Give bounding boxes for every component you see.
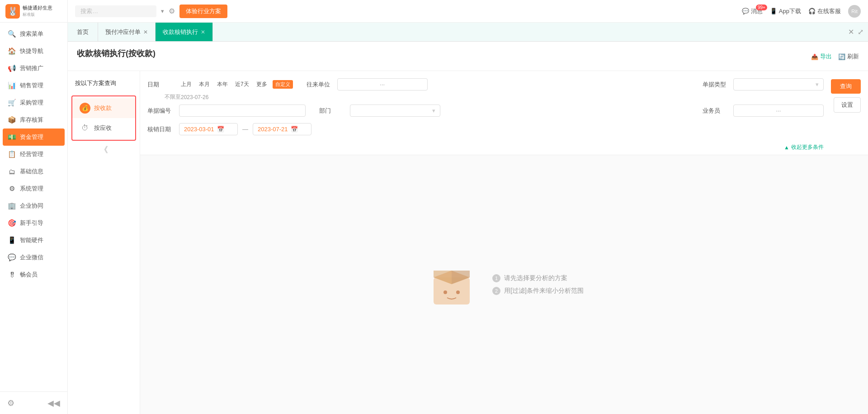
dept-field: 部门 ▾ [319, 105, 698, 117]
operations-icon: 📋 [7, 150, 16, 158]
page-title-bar: 收款核销执行(按收款) 📤 导出 🔄 刷新 [68, 42, 868, 71]
user-name: Rit [851, 9, 857, 14]
smart-hw-icon: 📱 [7, 236, 16, 244]
collapse-filter-sidebar-button[interactable]: 《 [68, 144, 140, 155]
close-tab-prepay-icon[interactable]: ✕ [143, 29, 148, 35]
sidebar-item-search-menu[interactable]: 🔍 搜索菜单 [0, 25, 67, 43]
messages-button[interactable]: 💬 消息 99+ [742, 7, 763, 15]
dropdown-icon[interactable]: ▾ [161, 8, 164, 14]
collapse-more-label: 收起更多条件 [791, 143, 824, 151]
verify-start-input[interactable]: 2023-03-01 📅 [179, 123, 238, 135]
sidebar-item-purchase[interactable]: 🛒 采购管理 [0, 94, 67, 111]
sidebar-item-operations[interactable]: 📋 经营管理 [0, 146, 67, 163]
sales-icon: 📊 [7, 81, 16, 90]
gear-icon[interactable]: ⚙ [169, 7, 175, 15]
tab-bar-actions: ✕ ⤢ [848, 28, 868, 36]
collapse-sidebar-icon[interactable]: ◀◀ [47, 398, 60, 408]
sidebar-item-smart-hw[interactable]: 📱 智能硬件 [0, 232, 67, 249]
query-buttons: 查询 设置 [831, 78, 861, 151]
quick-date-last-month[interactable]: 上月 [179, 80, 193, 89]
date-no-limit: 不限 至 2023-07-26 [165, 93, 824, 101]
quick-dates: 上月 本月 本年 近7天 更多 自定义 [179, 80, 293, 89]
maximize-icon[interactable]: ⤢ [858, 28, 863, 36]
sidebar-label-marketing: 营销推广 [20, 64, 43, 72]
tab-receipt[interactable]: 收款核销执行 ✕ [156, 23, 213, 41]
filter-by-receipt[interactable]: 💰 按收款 [72, 98, 135, 118]
sidebar-label-basic-info: 基础信息 [20, 167, 43, 176]
online-service-button[interactable]: 🎧 在线客服 [808, 7, 841, 15]
sidebar-item-marketing[interactable]: 📢 营销推广 [0, 60, 67, 77]
form-row-2: 单据编号 部门 ▾ 业务员 ··· [147, 105, 824, 117]
dept-label: 部门 [319, 107, 346, 115]
basic-info-icon: 🗂 [7, 168, 16, 176]
export-button[interactable]: 📤 导出 [811, 52, 832, 61]
quick-date-this-month[interactable]: 本月 [197, 80, 212, 89]
filter-by-receivable[interactable]: ⏱ 按应收 [72, 118, 135, 138]
content-area: 按以下方案查询 💰 按收款 ⏱ 按应收 《 [68, 71, 868, 414]
sidebar-item-basic-info[interactable]: 🗂 基础信息 [0, 163, 67, 180]
quick-date-more[interactable]: 更多 [255, 80, 269, 89]
doc-no-label: 单据编号 [147, 107, 175, 115]
collapse-icon: 《 [100, 144, 108, 155]
dept-chevron-icon: ▾ [432, 107, 435, 114]
content-wrapper: 收款核销执行(按收款) 📤 导出 🔄 刷新 按以下方案查询 💰 [68, 42, 868, 414]
sidebar-item-finance[interactable]: 💵 资金管理 [3, 128, 65, 146]
avatar[interactable]: Rit [848, 5, 861, 18]
staff-input[interactable]: ··· [733, 105, 824, 117]
sidebar-item-enterprise-collab[interactable]: 🏢 企业协同 [0, 197, 67, 214]
sidebar-label-search-menu: 搜索菜单 [20, 30, 43, 38]
quick-date-this-year[interactable]: 本年 [215, 80, 230, 89]
collapse-more-button[interactable]: ▲ 收起更多条件 [147, 142, 824, 151]
filter-options-box: 💰 按收款 ⏱ 按应收 [71, 95, 136, 141]
verify-date-label: 核销日期 [147, 125, 175, 133]
sidebar-item-inventory[interactable]: 📦 库存核算 [0, 111, 67, 128]
sidebar-label-smart-hw: 智能硬件 [20, 236, 43, 244]
dept-select[interactable]: ▾ [350, 105, 440, 117]
settings-icon[interactable]: ⚙ [7, 398, 14, 408]
custom-date-tag[interactable]: 自定义 [273, 80, 293, 89]
tab-home[interactable]: 首页 [68, 23, 98, 41]
date-separator: — [242, 126, 248, 133]
close-tab-receipt-icon[interactable]: ✕ [201, 29, 205, 35]
doc-no-input[interactable] [179, 105, 306, 117]
sidebar-item-vip[interactable]: 🎖 畅会员 [0, 266, 67, 283]
refresh-icon: 🔄 [838, 53, 845, 60]
refresh-button[interactable]: 🔄 刷新 [838, 52, 859, 61]
form-fields: 日期 上月 本月 本年 近7天 更多 自定义 往来单位 [147, 78, 824, 151]
sidebar-item-guide[interactable]: 🎯 新手引导 [0, 214, 67, 232]
search-menu-icon: 🔍 [7, 30, 16, 38]
setting-button[interactable]: 设置 [834, 97, 861, 113]
tab-prepay[interactable]: 预付冲应付单 ✕ [98, 23, 156, 41]
quick-date-7days[interactable]: 近7天 [233, 80, 251, 89]
no-limit-text: 不限 [165, 93, 175, 101]
date-to-text: 至 [175, 93, 181, 101]
close-tab-icon[interactable]: ✕ [848, 28, 854, 36]
topbar-left: 搜索… ▾ ⚙ 体验行业方案 [75, 5, 227, 18]
receivable-icon: ⏱ [80, 123, 90, 133]
sidebar-item-system[interactable]: ⚙ 系统管理 [0, 180, 67, 197]
staff-field: 业务员 ··· [703, 105, 824, 117]
page-actions: 📤 导出 🔄 刷新 [811, 52, 859, 61]
empty-state: 1 请先选择要分析的方案 2 用[过滤]条件来缩小分析范围 [140, 155, 868, 414]
right-content: 日期 上月 本月 本年 近7天 更多 自定义 往来单位 [140, 71, 868, 414]
doc-type-label: 单据类型 [703, 81, 730, 89]
empty-illustration [425, 257, 479, 313]
tab-bar: 首页 预付冲应付单 ✕ 收款核销执行 ✕ ✕ ⤢ [68, 23, 868, 42]
filter-form: 日期 上月 本月 本年 近7天 更多 自定义 往来单位 [140, 71, 868, 155]
doc-type-select[interactable]: ▾ [733, 78, 824, 90]
staff-label: 业务员 [703, 107, 730, 115]
step-1-number: 1 [492, 274, 500, 282]
sidebar-item-quick-nav[interactable]: 🏠 快捷导航 [0, 43, 67, 60]
online-service-label: 在线客服 [817, 7, 841, 15]
query-button[interactable]: 查询 [831, 79, 861, 94]
tab-home-label: 首页 [77, 28, 89, 36]
sidebar-label-purchase: 采购管理 [20, 99, 43, 107]
app-download-icon: 📱 [770, 8, 777, 14]
sidebar-item-enterprise-wx[interactable]: 💬 企业微信 [0, 249, 67, 266]
counterparty-input[interactable]: ··· [337, 78, 428, 90]
sidebar-item-sales[interactable]: 📊 销售管理 [0, 77, 67, 94]
app-download-button[interactable]: 📱 App下载 [770, 7, 801, 15]
sidebar-label-vip: 畅会员 [20, 271, 38, 279]
verify-end-input[interactable]: 2023-07-21 📅 [253, 123, 311, 135]
industry-solution-button[interactable]: 体验行业方案 [179, 5, 227, 18]
